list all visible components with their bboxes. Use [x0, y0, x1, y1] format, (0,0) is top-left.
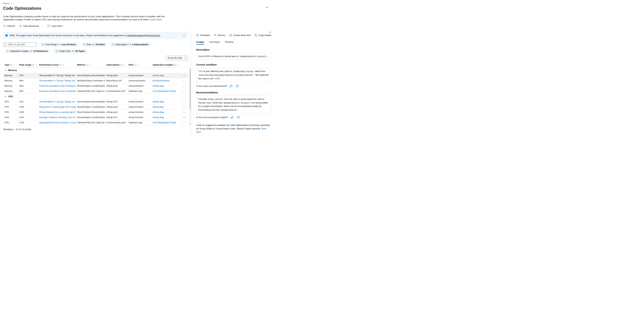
panel-close-button[interactable]: × [268, 31, 272, 34]
thumbs-up-button[interactable] [231, 116, 234, 119]
application-insights-link[interactable]: eShop-diag [152, 116, 164, 118]
performance-issue-link[interactable]: Excessive allocations due to String.Ctor [39, 85, 76, 87]
application-insights-link[interactable]: eShop-diag [152, 85, 164, 87]
banner-suffix: . [160, 34, 160, 37]
filter-pill-role[interactable]: Role == All Roles [81, 42, 107, 47]
performance-issue-link[interactable]: 'IEnumerable<T>.ToList()' Taking Too M [39, 74, 76, 77]
group-by-label: Group By Type [168, 57, 182, 59]
info-icon[interactable] [134, 64, 136, 66]
row-more-button[interactable]: ··· [183, 100, 186, 103]
intro-learn-more-link[interactable]: Learn More. [150, 18, 162, 21]
sort-icon[interactable]: ↑↓ [123, 64, 125, 66]
application-insights-link[interactable]: eShop-diag [152, 106, 164, 108]
performance-issue-link[interactable]: Excessive allocations due to InternalSet [39, 90, 76, 92]
performance-issue-link[interactable]: 'IEnumerable<T>.ToList()' Taking Too M [39, 100, 76, 103]
column-header-role[interactable]: Role ↑↓ [127, 64, 151, 66]
performance-issue-link[interactable]: String.ReplaceCore is causing high CPL [39, 111, 76, 114]
recommendation-feedback-row: Is this recommendation helpful? [196, 116, 272, 119]
vertical-scrollbar[interactable]: ▼ [190, 68, 191, 125]
application-insights-link[interactable]: eShop-diag [152, 74, 164, 77]
filter-pill-insight-type[interactable]: Insight Type == All Types [54, 49, 87, 54]
tab-insight[interactable]: Insight [196, 40, 204, 45]
row-more-button[interactable]: ··· [183, 116, 186, 119]
table-row[interactable]: CPU 3.8% String.ReplaceCore is causing h… [3, 110, 188, 115]
breadcrumb-home-link[interactable]: Home [3, 2, 9, 5]
application-insights-link[interactable]: CH1-RetailAppAI-Prepd [152, 122, 176, 124]
application-insights-link[interactable]: MvcMusicStore01 [152, 80, 170, 82]
refresh-button[interactable]: Refresh [3, 25, 15, 27]
performance-issue-link[interactable]: Garbage Collection Showing Up in CPL [39, 116, 76, 118]
scrollbar-thumb[interactable] [190, 68, 191, 110]
filter-search-input[interactable] [8, 43, 35, 46]
group-header-row[interactable]: Memory [3, 68, 188, 73]
row-more-button[interactable]: ··· [183, 90, 186, 92]
filter-funnel-icon [7, 50, 9, 52]
close-page-button[interactable]: × [265, 6, 269, 9]
info-icon[interactable] [32, 64, 34, 66]
table-row[interactable]: Memory 74% 'IEnumerable<T>.ToList()' Tak… [3, 73, 188, 78]
info-icon[interactable] [174, 64, 176, 66]
row-more-button[interactable]: ··· [183, 106, 186, 108]
group-by-dropdown[interactable]: Group By Type [166, 56, 188, 60]
column-header-application-insights[interactable]: Application Insights ↑↓ [151, 64, 180, 66]
row-more-button[interactable]: ··· [183, 74, 186, 77]
filter-pill-time-range[interactable]: Time Range == Last 24 Hours [40, 42, 78, 47]
column-header-subscription[interactable]: Subscription ↑↓ [105, 64, 127, 66]
row-more-button[interactable]: ··· [183, 85, 186, 87]
info-icon[interactable] [60, 64, 62, 66]
table-row[interactable]: Memory 34% Excessive allocations due to … [3, 89, 188, 94]
sort-icon[interactable]: ↑↓ [177, 64, 179, 66]
performance-issue-link[interactable]: QueryableExtensions.Include is causing [39, 122, 76, 124]
info-icon[interactable] [86, 64, 88, 66]
column-header-type[interactable]: Type ↑↓ [3, 64, 18, 66]
column-header-method[interactable]: Method ↑↓ [76, 64, 105, 66]
view-dismissed-button[interactable]: View dismissed [19, 25, 39, 27]
filter-pill-subscription[interactable]: Subscription == 4 Subscriptions [110, 42, 151, 47]
feedback-button[interactable]: Feedback [196, 34, 210, 36]
sort-icon[interactable]: ↑↓ [35, 64, 37, 66]
table-row[interactable]: Memory 36% Excessive allocations due to … [3, 84, 188, 89]
code-optimizations-page: Home Code Optimizations ··· × Code Optim… [0, 0, 273, 139]
thumbs-down-button[interactable] [236, 116, 240, 119]
application-insights-link[interactable]: eShop-diag [152, 111, 164, 114]
copy-details-button[interactable]: Copy Details [255, 34, 272, 36]
filter-pill-application-insights[interactable]: Application Insights == 10 Resources [4, 49, 50, 54]
tab-call-stack[interactable]: Call Stack [209, 40, 220, 45]
table-row[interactable]: CPU 2.5% QueryableExtensions.Include is … [3, 120, 188, 126]
row-more-button[interactable]: ··· [183, 122, 186, 124]
thumbs-up-button[interactable] [230, 84, 233, 88]
info-icon[interactable] [10, 64, 12, 66]
info-icon[interactable] [120, 64, 122, 66]
dismiss-button[interactable]: Dismiss [214, 34, 226, 36]
group-header-row[interactable]: CPU [3, 94, 188, 99]
performance-issue-link[interactable]: String.Ctor is causing high CPU usage [39, 106, 76, 108]
sort-icon[interactable]: ↑↓ [88, 64, 90, 66]
row-more-button[interactable]: ··· [183, 111, 186, 114]
cell-role: eshop-frontend [127, 100, 151, 103]
table-row[interactable]: CPU 3.4% Garbage Collection Showing Up i… [3, 115, 188, 120]
performance-issue-link[interactable]: 'IEnumerable<T>.ToList()' Taking Too M [39, 80, 76, 82]
table-row[interactable]: CPU 3.8% String.Ctor is causing high CPU… [3, 104, 188, 110]
thumbs-down-button[interactable] [235, 84, 239, 88]
table-row[interactable]: CPU 10% 'IEnumerable<T>.ToList()' Taking… [3, 99, 188, 104]
column-header-performance-issue[interactable]: Performance Issue ↑↓ [38, 64, 76, 66]
sort-icon[interactable]: ↑↓ [137, 64, 139, 66]
copy-icon [255, 34, 257, 36]
application-insights-link[interactable]: eShop-diag [152, 100, 164, 103]
cell-method: FabrikamFiber.DAL.Data.Servic [76, 122, 105, 124]
column-header-peak-usage[interactable]: Peak Usage ↑↓ [18, 64, 38, 66]
table-row[interactable]: Memory 36% 'IEnumerable<T>.ToList()' Tak… [3, 78, 188, 84]
row-more-button[interactable]: ··· [183, 80, 186, 82]
banner-email-link[interactable]: codeoptimizations@microsoft.com [127, 34, 160, 37]
sort-icon[interactable]: ↑↓ [13, 64, 15, 66]
tab-timeline[interactable]: Timeline [224, 40, 234, 45]
sort-icon[interactable]: ↑↓ [62, 64, 64, 66]
title-more-options-icon[interactable]: ··· [46, 7, 51, 10]
cell-performance-issue: 'IEnumerable<T>.ToList()' Taking Too M [38, 80, 76, 82]
create-work-item-button[interactable]: Create Work Item [230, 34, 251, 36]
banner-close-button[interactable]: × [182, 34, 186, 37]
scroll-down-arrow-icon[interactable]: ▼ [190, 124, 191, 125]
learn-more-button[interactable]: Learn More [47, 25, 63, 27]
cell-method: ReviewHelper.<LoadDisallowe [76, 85, 105, 87]
application-insights-link[interactable]: CH1-RetailAppAI-Prepd [152, 90, 176, 92]
